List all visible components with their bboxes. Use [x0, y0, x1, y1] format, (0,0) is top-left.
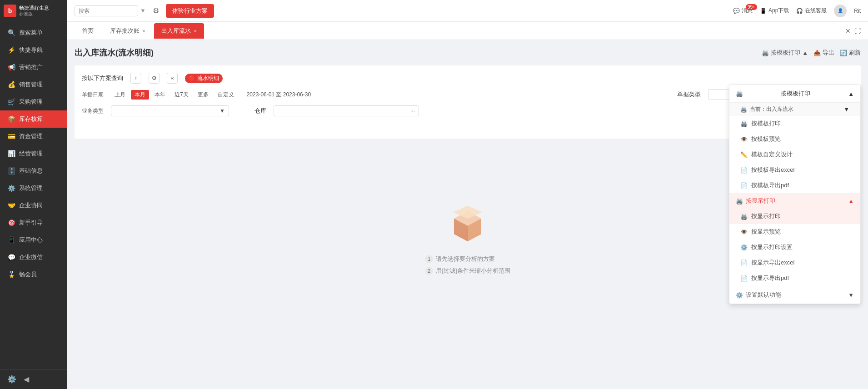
sidebar-settings-icon[interactable]: ⚙️ — [7, 375, 16, 384]
sidebar-collapse-icon[interactable]: ◀ — [24, 375, 29, 384]
template-preview-item[interactable]: 👁️ 按模板预览 — [729, 131, 860, 147]
dropdown-footer[interactable]: ⚙️ 设置默认功能 ▼ — [729, 286, 860, 304]
sidebar-item-operation[interactable]: 📊 经营管理 — [0, 145, 67, 162]
sidebar-item-inventory[interactable]: 📦 库存核算 — [0, 110, 67, 128]
date-btn-last-month[interactable]: 上月 — [111, 90, 129, 100]
export-icon: 📤 — [813, 50, 821, 56]
app-subtitle: 标准版 — [19, 11, 49, 17]
warehouse-select[interactable]: ··· — [274, 105, 419, 116]
display-preview-label: 按显示预览 — [751, 228, 781, 236]
tab-flow-close[interactable]: × — [194, 28, 196, 34]
template-excel-icon: 📄 — [740, 167, 748, 174]
guide-label: 新手引导 — [19, 219, 43, 227]
template-print-item[interactable]: 🖨️ 按模板打印 — [729, 116, 860, 131]
maximize-window-icon[interactable]: ⛶ — [854, 27, 861, 35]
print-arrow-icon: ▲ — [802, 50, 808, 56]
sidebar-item-guide[interactable]: 🎯 新手引导 — [0, 214, 67, 231]
current-arrow: ▼ — [843, 106, 849, 113]
warehouse-more-icon[interactable]: ··· — [410, 108, 415, 114]
refresh-btn[interactable]: 🔄 刷新 — [840, 49, 861, 57]
sidebar-item-apps[interactable]: 📱 应用中心 — [0, 231, 67, 249]
print-btn[interactable]: 🖨️ 按模板打印 ▲ — [762, 49, 808, 57]
date-btn-7days[interactable]: 近7天 — [171, 90, 192, 100]
marketing-icon: 📢 — [7, 64, 15, 71]
refresh-icon: 🔄 — [840, 50, 847, 56]
hint-num-2: 2 — [425, 267, 433, 275]
display-print-item[interactable]: 🖨️ 按显示打印 — [729, 209, 860, 224]
dropdown-header-label: 按模板打印 — [781, 90, 810, 98]
dropdown-header[interactable]: 🖨️ 按模板打印 ▲ — [729, 85, 860, 103]
template-custom-item[interactable]: ✏️ 模板自定义设计 — [729, 147, 860, 162]
search-down-icon[interactable]: ▼ — [140, 7, 146, 14]
app-logo: b — [4, 5, 16, 17]
sidebar-item-sales[interactable]: 💰 销售管理 — [0, 76, 67, 93]
tab-home-label: 首页 — [82, 27, 94, 35]
template-preview-label: 按模板预览 — [751, 135, 781, 143]
topbar: ▼ ⚙ 体验行业方案 💬 消息 99+ 📱 App下载 🎧 在线客服 — [67, 0, 868, 22]
biz-type-arrow: ▼ — [219, 108, 225, 114]
sidebar-item-finance[interactable]: 💳 资金管理 — [0, 128, 67, 145]
tab-batch[interactable]: 库存批次账 × — [103, 23, 152, 39]
avatar[interactable]: 👤 — [834, 5, 847, 17]
sidebar-item-search[interactable]: 🔍 搜索菜单 — [0, 24, 67, 41]
topbar-right: 💬 消息 99+ 📱 App下载 🎧 在线客服 👤 Rit — [733, 5, 861, 17]
footer-arrow: ▼ — [848, 292, 854, 299]
apps-icon: 📱 — [7, 236, 15, 244]
topbar-settings-icon[interactable]: ⚙ — [150, 5, 162, 17]
display-section-arrow: ▲ — [848, 198, 854, 204]
topbar-msg[interactable]: 💬 消息 99+ — [733, 7, 753, 15]
sidebar-item-marketing[interactable]: 📢 营销推广 — [0, 59, 67, 76]
search-input[interactable] — [75, 5, 138, 16]
display-section-header[interactable]: 🖨️ 按显示打印 ▲ — [729, 193, 860, 209]
sidebar-item-purchase[interactable]: 🛒 采购管理 — [0, 93, 67, 110]
display-excel-item[interactable]: 📄 按显示导出excel — [729, 255, 860, 270]
display-settings-item[interactable]: ⚙️ 按显示打印设置 — [729, 239, 860, 255]
dropdown-header-arrow: ▲ — [848, 90, 854, 97]
export-btn[interactable]: 📤 导出 — [813, 49, 834, 57]
filter-settings-btn[interactable]: ⚙ — [149, 73, 160, 84]
tabs-window-btns: ✕ ⛶ — [845, 27, 861, 35]
tab-home[interactable]: 首页 — [75, 23, 101, 39]
filter-add-btn[interactable]: + — [130, 73, 141, 84]
date-btn-custom[interactable]: 自定义 — [214, 90, 238, 100]
date-btn-this-month[interactable]: 本月 — [131, 90, 149, 100]
sidebar-item-basic[interactable]: 🗄️ 基础信息 — [0, 162, 67, 180]
industry-btn[interactable]: 体验行业方案 — [166, 4, 214, 18]
close-window-icon[interactable]: ✕ — [845, 27, 851, 35]
tab-batch-close[interactable]: × — [142, 28, 145, 34]
export-label: 导出 — [823, 49, 834, 57]
topbar-service[interactable]: 🎧 在线客服 — [796, 7, 827, 15]
member-icon: 🎖️ — [7, 271, 15, 278]
search-label: 搜索菜单 — [19, 29, 43, 37]
print-label: 按模板打印 — [771, 49, 800, 57]
app-title: 畅捷通好生意 — [19, 5, 49, 11]
tab-flow[interactable]: 出入库流水 × — [154, 23, 204, 39]
app-icon: 📱 — [760, 8, 767, 14]
date-btn-more[interactable]: 更多 — [194, 90, 212, 100]
page-actions: 🖨️ 按模板打印 ▲ 📤 导出 🔄 刷新 — [762, 49, 861, 57]
date-btn-this-year[interactable]: 本年 — [151, 90, 169, 100]
filter-collapse-btn[interactable]: « — [167, 73, 178, 84]
msg-icon: 💬 — [733, 8, 740, 14]
tab-batch-label: 库存批次账 — [110, 27, 140, 35]
template-pdf-item[interactable]: 📄 按模板导出pdf — [729, 178, 860, 193]
template-excel-item[interactable]: 📄 按模板导出excel — [729, 162, 860, 178]
sidebar-item-corp[interactable]: 🤝 企业协同 — [0, 197, 67, 214]
biz-type-select[interactable]: ▼ — [111, 105, 229, 116]
topbar-app[interactable]: 📱 App下载 — [760, 7, 789, 15]
sidebar-item-weixin[interactable]: 💬 企业微信 — [0, 249, 67, 266]
sidebar-item-member[interactable]: 🎖️ 畅会员 — [0, 266, 67, 283]
empty-icon — [445, 202, 490, 248]
basic-icon: 🗄️ — [7, 167, 15, 175]
display-preview-item[interactable]: 👁️ 按显示预览 — [729, 224, 860, 239]
username[interactable]: Rit — [854, 8, 861, 14]
sidebar-item-shortcut[interactable]: ⚡ 快捷导航 — [0, 41, 67, 59]
finance-label: 资金管理 — [19, 132, 43, 140]
template-custom-label: 模板自定义设计 — [751, 150, 793, 159]
print-icon: 🖨️ — [762, 50, 769, 56]
display-settings-icon: ⚙️ — [740, 244, 748, 251]
display-pdf-item[interactable]: 📄 按显示导出pdf — [729, 270, 860, 286]
sidebar-item-system[interactable]: ⚙️ 系统管理 — [0, 180, 67, 197]
template-excel-label: 按模板导出excel — [751, 166, 794, 174]
filter-tag[interactable]: 🔴 流水明细 — [185, 74, 223, 83]
